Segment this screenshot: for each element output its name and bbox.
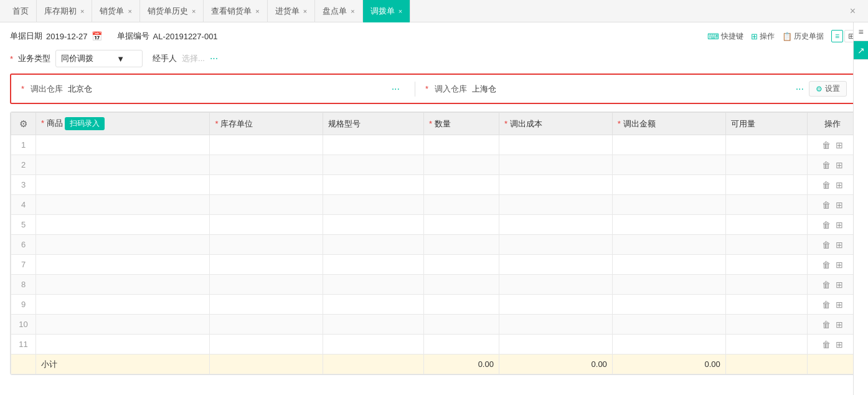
tab-transfer[interactable]: 调拨单 × [363, 0, 410, 22]
copy-icon[interactable]: ⊞ [836, 240, 843, 250]
delete-icon[interactable]: 🗑 [822, 180, 831, 190]
spec-cell[interactable] [323, 335, 424, 355]
tab-home[interactable]: 首页 [5, 0, 37, 22]
unit-cell[interactable] [210, 335, 323, 355]
goods-cell[interactable] [36, 255, 210, 275]
amount-cell[interactable] [612, 295, 725, 315]
spec-cell[interactable] [323, 175, 424, 195]
cost-cell[interactable] [499, 155, 612, 175]
amount-cell[interactable] [612, 155, 725, 175]
available-cell[interactable] [725, 155, 807, 175]
spec-cell[interactable] [323, 255, 424, 275]
handler-dots-btn[interactable]: ··· [210, 53, 218, 64]
goods-cell[interactable] [36, 295, 210, 315]
qty-cell[interactable] [423, 155, 499, 175]
tab-bar-close-btn[interactable]: × [842, 6, 863, 17]
goods-cell[interactable] [36, 175, 210, 195]
amount-cell[interactable] [612, 255, 725, 275]
tab-purchase[interactable]: 进货单 × [268, 0, 315, 22]
cost-cell[interactable] [499, 135, 612, 155]
unit-cell[interactable] [210, 235, 323, 255]
operation-btn[interactable]: ⊞ 操作 [751, 31, 775, 42]
amount-cell[interactable] [612, 175, 725, 195]
amount-cell[interactable] [612, 215, 725, 235]
available-cell[interactable] [725, 235, 807, 255]
available-cell[interactable] [725, 275, 807, 295]
amount-cell[interactable] [612, 335, 725, 355]
spec-cell[interactable] [323, 215, 424, 235]
copy-icon[interactable]: ⊞ [836, 320, 843, 330]
cost-cell[interactable] [499, 195, 612, 215]
cost-cell[interactable] [499, 255, 612, 275]
available-cell[interactable] [725, 135, 807, 155]
qty-cell[interactable] [423, 335, 499, 355]
cost-cell[interactable] [499, 235, 612, 255]
available-cell[interactable] [725, 195, 807, 215]
copy-icon[interactable]: ⊞ [836, 160, 843, 170]
unit-cell[interactable] [210, 215, 323, 235]
cost-cell[interactable] [499, 335, 612, 355]
goods-cell[interactable] [36, 335, 210, 355]
spec-cell[interactable] [323, 135, 424, 155]
available-cell[interactable] [725, 315, 807, 335]
cost-cell[interactable] [499, 275, 612, 295]
settings-btn[interactable]: ⚙ 设置 [809, 81, 847, 97]
copy-icon[interactable]: ⊞ [836, 140, 843, 150]
close-purchase[interactable]: × [303, 7, 307, 15]
spec-cell[interactable] [323, 275, 424, 295]
goods-cell[interactable] [36, 135, 210, 155]
available-cell[interactable] [725, 215, 807, 235]
history-btn[interactable]: 📋 历史单据 [782, 31, 824, 42]
qty-cell[interactable] [423, 195, 499, 215]
copy-icon[interactable]: ⊞ [836, 200, 843, 210]
qty-cell[interactable] [423, 295, 499, 315]
delete-icon[interactable]: 🗑 [822, 340, 831, 350]
spec-cell[interactable] [323, 315, 424, 335]
unit-cell[interactable] [210, 255, 323, 275]
qty-cell[interactable] [423, 255, 499, 275]
delete-icon[interactable]: 🗑 [822, 260, 831, 270]
spec-cell[interactable] [323, 235, 424, 255]
unit-cell[interactable] [210, 295, 323, 315]
scan-btn[interactable]: 扫码录入 [65, 117, 105, 130]
cost-cell[interactable] [499, 295, 612, 315]
goods-cell[interactable] [36, 215, 210, 235]
transfer-in-dots[interactable]: ··· [791, 83, 809, 95]
delete-icon[interactable]: 🗑 [822, 280, 831, 290]
close-inventory-check[interactable]: × [351, 7, 354, 15]
delete-icon[interactable]: 🗑 [822, 320, 831, 330]
cost-cell[interactable] [499, 175, 612, 195]
tab-sales-history[interactable]: 销货单历史 × [140, 0, 204, 22]
qty-cell[interactable] [423, 215, 499, 235]
amount-cell[interactable] [612, 275, 725, 295]
spec-cell[interactable] [323, 195, 424, 215]
gear-settings-icon[interactable]: ⚙ [19, 118, 27, 129]
unit-cell[interactable] [210, 175, 323, 195]
delete-icon[interactable]: 🗑 [822, 140, 831, 150]
transfer-out-dots[interactable]: ··· [387, 83, 405, 95]
close-sales-history[interactable]: × [192, 7, 196, 15]
goods-cell[interactable] [36, 315, 210, 335]
calendar-icon[interactable]: 📅 [92, 31, 102, 41]
unit-cell[interactable] [210, 155, 323, 175]
copy-icon[interactable]: ⊞ [836, 260, 843, 270]
delete-icon[interactable]: 🗑 [822, 220, 831, 230]
goods-cell[interactable] [36, 155, 210, 175]
copy-icon[interactable]: ⊞ [836, 280, 843, 290]
goods-cell[interactable] [36, 235, 210, 255]
tab-inventory-init[interactable]: 库存期初 × [37, 0, 92, 22]
close-sales-order[interactable]: × [128, 7, 131, 15]
unit-cell[interactable] [210, 315, 323, 335]
cost-cell[interactable] [499, 215, 612, 235]
spec-cell[interactable] [323, 155, 424, 175]
goods-cell[interactable] [36, 195, 210, 215]
delete-icon[interactable]: 🗑 [822, 300, 831, 310]
qty-cell[interactable] [423, 235, 499, 255]
amount-cell[interactable] [612, 315, 725, 335]
copy-icon[interactable]: ⊞ [836, 340, 843, 350]
goods-cell[interactable] [36, 275, 210, 295]
close-view-sales[interactable]: × [255, 7, 259, 15]
qty-cell[interactable] [423, 275, 499, 295]
cost-cell[interactable] [499, 315, 612, 335]
copy-icon[interactable]: ⊞ [836, 180, 843, 190]
